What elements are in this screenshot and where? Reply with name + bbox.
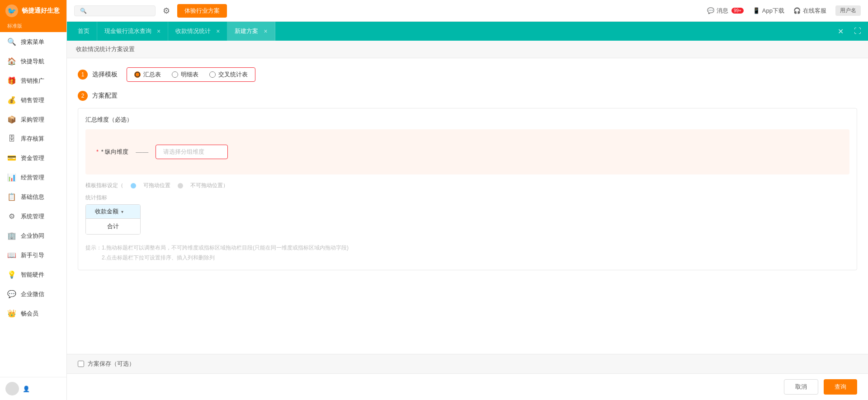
form-section: 1 选择模板 汇总表 明细表 交叉统计表 bbox=[67, 58, 868, 354]
wechat-icon: 💬 bbox=[7, 290, 16, 298]
search-box[interactable]: 🔍 bbox=[74, 5, 156, 16]
sidebar-item-hardware[interactable]: 💡 智能硬件 bbox=[0, 265, 66, 284]
save-checkbox[interactable] bbox=[78, 361, 84, 367]
logo-text: 畅捷通好生意 bbox=[22, 7, 60, 15]
dimension-row: * * 纵向维度 —— 请选择分组维度 bbox=[96, 145, 228, 159]
query-button[interactable]: 查询 bbox=[824, 379, 857, 395]
user-info[interactable]: 用户名 bbox=[835, 5, 861, 16]
sidebar-item-system[interactable]: ⚙ 系统管理 bbox=[0, 207, 66, 226]
tab-collection-stats-label: 收款情况统计 bbox=[175, 27, 211, 35]
radio-detail[interactable]: 明细表 bbox=[172, 71, 198, 79]
notification-badge: 99+ bbox=[731, 8, 744, 14]
required-star: * bbox=[96, 148, 99, 155]
logo-icon: 🐦 bbox=[5, 5, 18, 17]
expand-button[interactable]: ⛶ bbox=[851, 24, 864, 38]
book-icon: 📖 bbox=[7, 251, 16, 259]
sidebar-item-marketing[interactable]: 🎁 营销推广 bbox=[0, 71, 66, 90]
tab-collection-stats-close[interactable]: × bbox=[216, 28, 220, 35]
search-icon: 🔍 bbox=[7, 38, 16, 46]
radio-cross-input[interactable] bbox=[209, 71, 216, 78]
sidebar-item-search[interactable]: 🔍 搜索菜单 bbox=[0, 32, 66, 52]
sidebar-item-corp[interactable]: 🏢 企业协同 bbox=[0, 226, 66, 245]
sidebar-item-label: 基础信息 bbox=[21, 193, 44, 201]
tab-new-plan[interactable]: 新建方案 × bbox=[227, 22, 275, 41]
sidebar-item-basic[interactable]: 📋 基础信息 bbox=[0, 187, 66, 207]
dimension-select-placeholder: 请选择分组维度 bbox=[163, 148, 204, 155]
step1-row: 1 选择模板 汇总表 明细表 交叉统计表 bbox=[78, 67, 857, 82]
breadcrumb-text: 收款情况统计方案设置 bbox=[76, 46, 135, 52]
sidebar-item-operation[interactable]: 📊 经营管理 bbox=[0, 168, 66, 187]
cancel-button[interactable]: 取消 bbox=[784, 379, 818, 395]
avatar bbox=[5, 382, 19, 395]
tab-cash-flow-close[interactable]: × bbox=[157, 28, 160, 35]
step2-label: 方案配置 bbox=[92, 92, 118, 100]
inventory-icon: 🗄 bbox=[7, 135, 16, 143]
radio-detail-label: 明细表 bbox=[181, 71, 198, 79]
page-breadcrumb: 收款情况统计方案设置 bbox=[67, 41, 868, 58]
draggable-hint: 模板指标设定（ 可拖动位置 不可拖动位置） bbox=[85, 182, 849, 189]
undraggable-dot bbox=[178, 183, 183, 188]
trial-button[interactable]: 体验行业方案 bbox=[177, 4, 227, 18]
sidebar-item-purchase[interactable]: 📦 采购管理 bbox=[0, 110, 66, 129]
sidebar-item-label: 采购管理 bbox=[21, 116, 44, 124]
step2-row: 2 方案配置 bbox=[78, 91, 857, 101]
tab-new-plan-close[interactable]: × bbox=[264, 28, 267, 35]
tips-area: 提示：1.拖动标题栏可以调整布局，不可跨维度或指标区域拖动栏目段(只能在同一维度… bbox=[85, 243, 849, 263]
tab-new-plan-label: 新建方案 bbox=[235, 27, 258, 35]
gear-icon: ⚙ bbox=[7, 212, 16, 221]
step2-badge: 2 bbox=[78, 91, 88, 101]
basic-icon: 📋 bbox=[7, 193, 16, 201]
tab-home[interactable]: 首页 bbox=[71, 22, 97, 41]
topbar: 🔍 ⚙ 体验行业方案 💬 消息 99+ 📱 App下载 🎧 在线客服 用户名 bbox=[67, 0, 868, 22]
close-all-button[interactable]: ✕ bbox=[834, 24, 847, 38]
save-option: 方案保存（可选） bbox=[67, 354, 868, 373]
gift-icon: 🎁 bbox=[7, 76, 16, 85]
config-section: 汇总维度（必选） * * 纵向维度 —— 请选择分组维度 bbox=[78, 108, 857, 270]
sidebar-bottom: 👤 bbox=[0, 377, 66, 400]
sidebar-item-nav[interactable]: 🏠 快捷导航 bbox=[0, 52, 66, 71]
radio-summary-input[interactable] bbox=[134, 71, 141, 78]
sidebar-logo: 🐦 畅捷通好生意 bbox=[0, 0, 66, 22]
tab-cash-flow[interactable]: 现金银行流水查询 × bbox=[97, 22, 168, 41]
message-icon: 💬 bbox=[707, 7, 714, 14]
sidebar-item-member[interactable]: 👑 畅会员 bbox=[0, 304, 66, 323]
download-icon: 📱 bbox=[753, 7, 760, 14]
sidebar-item-label: 库存核算 bbox=[21, 135, 44, 143]
draggable-dot bbox=[131, 183, 136, 188]
notification-item[interactable]: 💬 消息 99+ bbox=[707, 7, 744, 15]
dimension-title: 汇总维度（必选） bbox=[85, 116, 849, 124]
member-icon: 👑 bbox=[7, 309, 16, 318]
tip2: 2.点击标题栏下拉可设置排序、插入列和删除列 bbox=[102, 253, 849, 263]
hardware-icon: 💡 bbox=[7, 270, 16, 279]
dimension-select[interactable]: 请选择分组维度 bbox=[156, 145, 228, 159]
chevron-down-icon[interactable]: ▾ bbox=[121, 209, 123, 214]
sidebar-badge: 标准版 bbox=[0, 22, 66, 32]
sidebar-item-guide[interactable]: 📖 新手引导 bbox=[0, 245, 66, 265]
radio-detail-input[interactable] bbox=[172, 71, 178, 78]
box-icon: 📦 bbox=[7, 115, 16, 124]
tab-home-label: 首页 bbox=[78, 27, 90, 35]
metrics-header[interactable]: 收款金额 ▾ bbox=[86, 205, 140, 219]
chart-icon: 📊 bbox=[7, 173, 16, 182]
download-label: App下载 bbox=[762, 7, 784, 15]
sidebar-item-funds[interactable]: 💳 资金管理 bbox=[0, 148, 66, 168]
sidebar: 🐦 畅捷通好生意 标准版 🔍 搜索菜单 🏠 快捷导航 🎁 营销推广 💰 销售管理… bbox=[0, 0, 67, 400]
step1-label: 选择模板 bbox=[92, 71, 118, 79]
tip1: 提示：1.拖动标题栏可以调整布局，不可跨维度或指标区域拖动栏目段(只能在同一维度… bbox=[85, 243, 849, 253]
dimension-row-label: * * 纵向维度 bbox=[96, 148, 128, 156]
radio-cross-label: 交叉统计表 bbox=[218, 71, 248, 79]
sidebar-item-sales[interactable]: 💰 销售管理 bbox=[0, 90, 66, 110]
tab-collection-stats[interactable]: 收款情况统计 × bbox=[168, 22, 227, 41]
sidebar-item-inventory[interactable]: 🗄 库存核算 bbox=[0, 129, 66, 148]
settings-icon[interactable]: ⚙ bbox=[163, 6, 170, 16]
download-item[interactable]: 📱 App下载 bbox=[753, 7, 784, 15]
sidebar-item-label: 系统管理 bbox=[21, 212, 44, 221]
sidebar-item-wechat[interactable]: 💬 企业微信 bbox=[0, 284, 66, 304]
radio-cross[interactable]: 交叉统计表 bbox=[209, 71, 248, 79]
sidebar-item-label: 企业协同 bbox=[21, 232, 44, 240]
support-item[interactable]: 🎧 在线客服 bbox=[793, 7, 826, 15]
radio-summary[interactable]: 汇总表 bbox=[134, 71, 161, 79]
sidebar-item-label: 畅会员 bbox=[21, 310, 38, 318]
notification-label: 消息 bbox=[717, 7, 728, 15]
support-icon: 🎧 bbox=[793, 7, 801, 14]
